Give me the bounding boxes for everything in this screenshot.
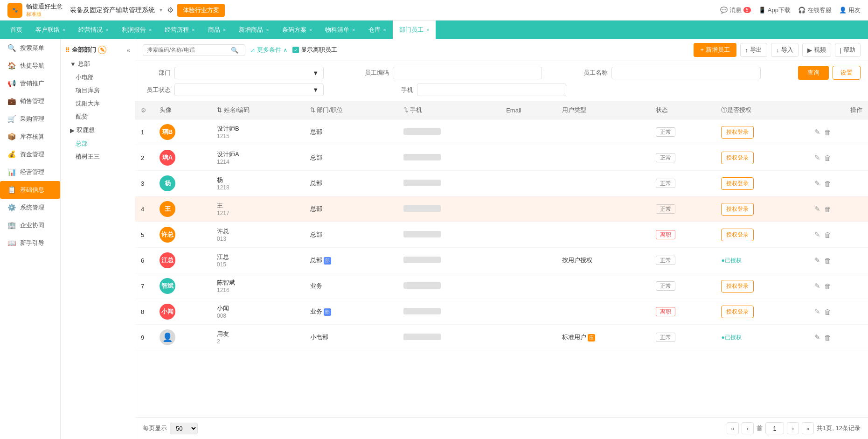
cell-auth-5[interactable]: 授权登录 [715, 222, 808, 248]
edit-icon-3[interactable]: ✎ [814, 179, 820, 188]
nav-tab-经营历程[interactable]: 经营历程× [158, 21, 201, 39]
col-settings-icon[interactable]: ⚙ [141, 107, 146, 114]
authorize-btn-8[interactable]: 授权登录 [721, 306, 754, 318]
nav-tab-close-商品[interactable]: × [223, 27, 226, 33]
delete-icon-7[interactable]: 🗑 [824, 282, 831, 290]
cell-auth-8[interactable]: 授权登录 [715, 299, 808, 325]
nav-tab-close-条码方案[interactable]: × [309, 27, 312, 33]
authorize-btn-1[interactable]: 授权登录 [721, 126, 754, 139]
delete-icon-5[interactable]: 🗑 [824, 231, 831, 239]
search-input[interactable] [147, 47, 231, 53]
nav-tab-物料清单[interactable]: 物料清单× [319, 21, 361, 39]
edit-icon-2[interactable]: ✎ [814, 153, 820, 162]
nav-tab-商品[interactable]: 商品× [201, 21, 232, 39]
delete-icon-9[interactable]: 🗑 [824, 334, 831, 341]
edit-icon-7[interactable]: ✎ [814, 282, 820, 290]
cell-auth-4[interactable]: 授权登录 [715, 196, 808, 222]
settings-icon[interactable]: ⚙ [167, 6, 174, 14]
dept-child-distribution[interactable]: 配货 [61, 110, 135, 123]
edit-icon-1[interactable]: ✎ [814, 128, 820, 136]
sidebar-item-search-menu[interactable]: 🔍搜索菜单 [0, 39, 60, 57]
search-input-wrap[interactable]: 🔍 [143, 44, 245, 56]
nav-tab-close-经营历程[interactable]: × [192, 27, 194, 33]
dept-child-zongbu[interactable]: 总部 [61, 137, 135, 150]
sidebar-item-purchase[interactable]: 🛒采购管理 [0, 110, 60, 128]
edit-icon-4[interactable]: ✎ [814, 205, 820, 213]
sidebar-item-operations[interactable]: 📊经营管理 [0, 163, 60, 181]
sidebar-item-basic-info[interactable]: 📋基础信息 [0, 181, 60, 199]
nav-tab-经营情况[interactable]: 经营情况× [72, 21, 115, 39]
last-page-btn[interactable]: » [802, 422, 814, 434]
nav-tab-close-利润报告[interactable]: × [149, 27, 152, 33]
sidebar-item-sales[interactable]: 💼销售管理 [0, 92, 60, 110]
col-name[interactable]: ⇅ 姓名/编码 [211, 101, 305, 119]
user-btn[interactable]: 👤 用友 [839, 6, 861, 14]
dept-edit-icon[interactable]: ✎ [98, 46, 106, 54]
emp-name-input[interactable] [611, 67, 761, 79]
help-button[interactable]: | 帮助 [835, 43, 861, 57]
sidebar-item-inventory[interactable]: 📦库存核算 [0, 128, 60, 146]
more-conditions-btn[interactable]: ⊿ 更多条件 ∧ [250, 46, 288, 54]
edit-icon-9[interactable]: ✎ [814, 333, 820, 341]
nav-tab-仓库[interactable]: 仓库× [362, 21, 393, 39]
dept-child-xiaodian[interactable]: 小电部 [61, 71, 135, 84]
cell-auth-2[interactable]: 授权登录 [715, 145, 808, 171]
emp-status-select[interactable]: ▼ [174, 84, 324, 96]
show-resigned-wrap[interactable]: ✓ 显示离职员工 [292, 46, 337, 54]
delete-icon-8[interactable]: 🗑 [824, 308, 831, 316]
dept-child-zhishu[interactable]: 植树王三 [61, 150, 135, 163]
nav-tab-close-仓库[interactable]: × [383, 27, 386, 33]
authorize-btn-7[interactable]: 授权登录 [721, 280, 754, 293]
prev-page-btn[interactable]: ‹ [742, 422, 754, 434]
delete-icon-4[interactable]: 🗑 [824, 205, 831, 213]
authorize-btn-4[interactable]: 授权登录 [721, 203, 754, 216]
messages-btn[interactable]: 💬 消息 5 [720, 6, 751, 14]
sidebar-item-system[interactable]: ⚙️系统管理 [0, 199, 60, 216]
sidebar-item-guide[interactable]: 📖新手引导 [0, 234, 60, 252]
col-dept[interactable]: ⇅ 部门/职位 [305, 101, 398, 119]
dept-filter-select[interactable]: ▼ [174, 67, 324, 79]
dept-item-general[interactable]: ▼ 总部 [61, 57, 135, 71]
query-button[interactable]: 查询 [798, 66, 829, 80]
delete-icon-3[interactable]: 🗑 [824, 180, 831, 188]
sidebar-item-enterprise[interactable]: 🏢企业协同 [0, 216, 60, 234]
search-submit-icon[interactable]: 🔍 [231, 47, 238, 54]
nav-tab-客户联络[interactable]: 客户联络× [29, 21, 72, 39]
nav-tab-新增商品[interactable]: 新增商品× [232, 21, 275, 39]
page-number-input[interactable] [765, 422, 784, 434]
delete-icon-6[interactable]: 🗑 [824, 257, 831, 265]
app-download-btn[interactable]: 📱 App下载 [758, 6, 791, 14]
dept-item-shuanglu[interactable]: ▶ 双鹿想 [61, 123, 135, 137]
nav-tab-首页[interactable]: 首页 [4, 21, 29, 39]
online-service-btn[interactable]: 🎧 在线客服 [798, 6, 832, 14]
emp-code-input[interactable] [393, 67, 542, 79]
nav-tab-close-新增商品[interactable]: × [266, 27, 269, 33]
sidebar-item-quick-nav[interactable]: 🏠快捷导航 [0, 57, 60, 75]
dept-child-project[interactable]: 项目库房 [61, 84, 135, 97]
authorize-btn-2[interactable]: 授权登录 [721, 152, 754, 164]
phone-input[interactable] [417, 84, 566, 96]
edit-icon-8[interactable]: ✎ [814, 307, 820, 316]
import-button[interactable]: ↓ 导入 [771, 43, 799, 57]
view-button[interactable]: ▶ 视频 [802, 43, 831, 57]
sidebar-item-marketing[interactable]: 📢营销推广 [0, 75, 60, 92]
filter-settings-button[interactable]: 设置 [833, 66, 861, 80]
col-phone[interactable]: ⇅ 手机 [398, 101, 501, 119]
nav-tab-利润报告[interactable]: 利润报告× [115, 21, 158, 39]
nav-tab-部门员工[interactable]: 部门员工× [393, 21, 436, 39]
authorize-btn-5[interactable]: 授权登录 [721, 229, 754, 241]
nav-tab-close-物料清单[interactable]: × [352, 27, 355, 33]
dept-tree-collapse-btn[interactable]: « [127, 47, 130, 54]
export-button[interactable]: ↑ 导出 [740, 43, 768, 57]
col-settings[interactable]: ⚙ [135, 101, 154, 119]
edit-icon-6[interactable]: ✎ [814, 256, 820, 265]
add-employee-button[interactable]: + 新增员工 [694, 43, 736, 57]
nav-tab-close-经营情况[interactable]: × [105, 27, 108, 33]
trial-button[interactable]: 体验行业方案 [177, 4, 225, 17]
edit-icon-5[interactable]: ✎ [814, 230, 820, 239]
show-resigned-checkbox[interactable]: ✓ [292, 47, 299, 53]
next-page-btn[interactable]: › [787, 422, 799, 434]
delete-icon-1[interactable]: 🗑 [824, 128, 831, 136]
delete-icon-2[interactable]: 🗑 [824, 154, 831, 162]
cell-auth-7[interactable]: 授权登录 [715, 273, 808, 299]
